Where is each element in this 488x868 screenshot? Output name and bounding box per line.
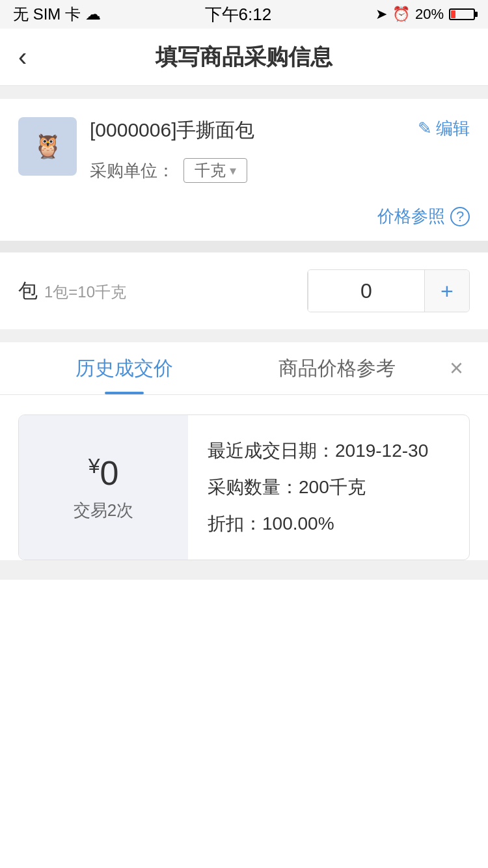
history-card: ¥0 交易2次 最近成交日期：2019-12-30 采购数量：200千克 折扣：… — [18, 414, 470, 560]
battery-icon — [449, 8, 475, 20]
battery-percent: 20% — [415, 6, 444, 23]
unit-value: 千克 — [195, 160, 226, 181]
page-title: 填写商品采购信息 — [156, 42, 332, 72]
unit-label: 采购单位： — [90, 159, 174, 182]
edit-icon: ✎ — [418, 118, 432, 139]
product-left: 🦉 [0000006]手撕面包 采购单位： 千克 ▾ — [18, 117, 254, 183]
purchase-qty-label: 采购数量： — [208, 477, 299, 497]
quantity-left: 包 1包=10千克 — [18, 278, 126, 305]
unit-dropdown-arrow: ▾ — [230, 163, 236, 178]
purchase-qty-row: 采购数量：200千克 — [208, 475, 450, 500]
discount-row: 折扣：100.00% — [208, 511, 450, 536]
quantity-increase-button[interactable]: + — [425, 270, 469, 312]
product-card: 🦉 [0000006]手撕面包 采购单位： 千克 ▾ ✎ 编辑 价格参照 — [0, 99, 488, 241]
price-ref-button[interactable]: 价格参照 ? — [377, 205, 470, 228]
no-sim-text: 无 SIM 卡 ☁ — [13, 4, 101, 25]
history-price-value: ¥0 — [88, 454, 119, 493]
alarm-icon: ⏰ — [392, 6, 410, 23]
history-price-panel: ¥0 交易2次 — [19, 415, 188, 560]
status-left: 无 SIM 卡 ☁ — [13, 4, 101, 25]
recent-date-value: 2019-12-30 — [335, 441, 428, 461]
purchase-qty-value: 200千克 — [299, 477, 366, 497]
qty-conversion: 1包=10千克 — [44, 282, 126, 303]
quantity-value[interactable]: 0 — [308, 270, 425, 312]
product-header: 🦉 [0000006]手撕面包 采购单位： 千克 ▾ ✎ 编辑 价格参照 — [18, 117, 470, 228]
product-name: [0000006]手撕面包 — [90, 117, 254, 144]
status-right: ➤ ⏰ 20% — [375, 6, 475, 23]
nav-bar: ‹ 填写商品采购信息 — [0, 29, 488, 86]
tab-history-price[interactable]: 历史成交价 — [18, 342, 230, 394]
quantity-row: 包 1包=10千克 0 + — [0, 252, 488, 329]
tabs-header: 历史成交价 商品价格参考 × — [0, 342, 488, 395]
price-number: 0 — [100, 454, 118, 492]
product-thumbnail: 🦉 — [18, 117, 77, 176]
quantity-control: 0 + — [307, 269, 470, 312]
location-icon: ➤ — [375, 6, 387, 23]
recent-date-row: 最近成交日期：2019-12-30 — [208, 439, 450, 463]
tabs-section: 历史成交价 商品价格参考 × ¥0 交易2次 最近成交日期：2019-12-30… — [0, 342, 488, 560]
edit-label: 编辑 — [436, 117, 470, 140]
history-trades: 交易2次 — [74, 499, 133, 522]
price-symbol: ¥ — [88, 454, 100, 477]
discount-value: 100.00% — [262, 513, 334, 534]
price-ref-label: 价格参照 — [377, 205, 445, 228]
product-logo-icon: 🦉 — [33, 133, 62, 160]
product-info: [0000006]手撕面包 采购单位： 千克 ▾ — [90, 117, 254, 183]
tab-close-button[interactable]: × — [443, 355, 470, 382]
edit-button[interactable]: ✎ 编辑 — [418, 117, 470, 140]
tab-product-price-ref[interactable]: 商品价格参考 — [230, 342, 442, 394]
white-fill — [0, 580, 488, 868]
quantity-unit: 包 — [18, 278, 38, 305]
divider — [0, 241, 488, 252]
history-detail-panel: 最近成交日期：2019-12-30 采购数量：200千克 折扣：100.00% — [188, 415, 469, 560]
product-unit-row: 采购单位： 千克 ▾ — [90, 158, 254, 183]
recent-date-label: 最近成交日期： — [208, 441, 335, 461]
status-bar: 无 SIM 卡 ☁ 下午6:12 ➤ ⏰ 20% — [0, 0, 488, 29]
price-ref-info-icon: ? — [450, 207, 470, 226]
back-button[interactable]: ‹ — [18, 42, 27, 72]
status-time: 下午6:12 — [205, 3, 272, 26]
unit-badge[interactable]: 千克 ▾ — [183, 158, 247, 183]
discount-label: 折扣： — [208, 513, 262, 534]
